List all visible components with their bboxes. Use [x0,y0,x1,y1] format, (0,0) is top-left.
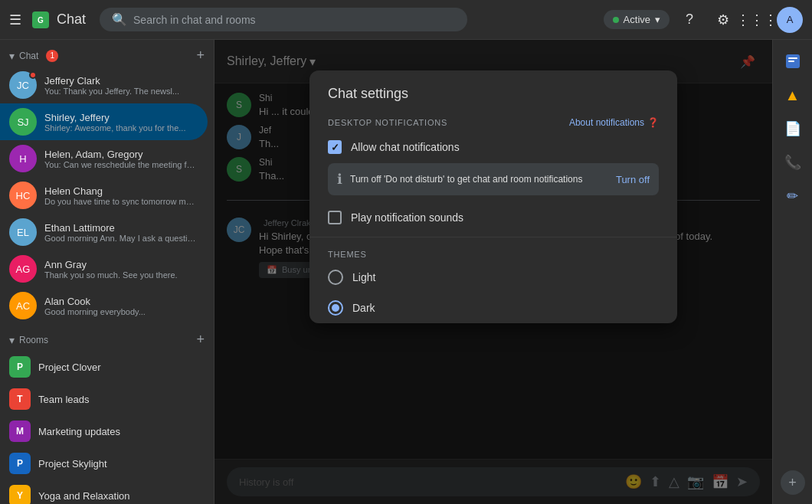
allow-notifications-checkbox[interactable]: ✓ [328,140,342,154]
chat-name: Helen, Adam, Gregory [44,149,198,160]
chat-list: JC Jeffery Clark You: Thank you Jeffery.… [0,67,214,324]
settings-button[interactable]: ⚙ [709,6,737,34]
expand-icon: ▾ [9,334,15,346]
new-room-icon[interactable]: + [196,332,205,348]
right-panel-drive-icon[interactable]: ▲ [778,80,808,110]
info-icon: ℹ [337,171,342,188]
status-dot [613,17,619,23]
chat-section-header: ▾ Chat 1 + [0,40,214,67]
user-avatar[interactable]: A [777,7,803,33]
right-panel-docs-icon[interactable]: 📄 [778,113,808,144]
chat-preview: Good morning everybody... [44,307,198,316]
radio-inner [332,304,339,312]
play-sounds-label: Play notification sounds [351,211,463,224]
app-layout: ▾ Chat 1 + JC Jeffery Clark You: Thank y… [0,40,812,504]
main-content: Shirley, Jeffery ▾ 📌 S Shi Hi ... it cou… [214,40,772,504]
apps-grid-button[interactable]: ⋮⋮⋮ [743,6,771,34]
chat-info: Helen, Adam, Gregory You: Can we resched… [44,149,198,169]
chat-info: Ethan Lattimore Good morning Ann. May I … [44,222,198,243]
chat-preview: Thank you so much. See you there. [44,270,198,280]
chat-name: Jeffery Clark [44,75,198,87]
chat-info: Ann Gray Thank you so much. See you ther… [44,259,198,280]
avatar: JC [9,71,37,99]
chat-list-item[interactable]: AG Ann Gray Thank you so much. See you t… [0,250,208,287]
avatar: HC [9,182,37,209]
theme-light-row[interactable]: Light [309,262,677,293]
room-icon: M [9,421,31,442]
room-list-item[interactable]: P Project Clover [0,351,208,383]
topbar: ☰ G Chat 🔍 Active ▾ ? ⚙ ⋮⋮⋮ A [0,0,812,40]
rooms-section-label: Rooms [19,335,48,345]
svg-rect-3 [788,57,797,59]
chat-list-item[interactable]: AC Alan Cook Good morning everybody... [0,287,208,324]
room-list-item[interactable]: P Project Skylight [0,447,208,479]
chat-name: Shirley, Jeffery [44,112,198,123]
help-button[interactable]: ? [676,6,703,34]
chat-name: Alan Cook [44,296,198,307]
chat-preview: You: Can we reschedule the meeting for..… [44,160,198,169]
room-list-item[interactable]: M Marketing updates [0,415,208,447]
avatar: AC [9,292,37,319]
theme-dark-row[interactable]: Dark [309,293,677,323]
settings-overlay[interactable]: Chat settings DESKTOP NOTIFICATIONS Abou… [214,40,772,504]
chat-list-item[interactable]: H Helen, Adam, Gregory You: Can we resch… [0,140,208,177]
menu-icon[interactable]: ☰ [9,11,21,28]
room-list: P Project Clover T Team leads M Marketin… [0,351,214,504]
topbar-right: Active ▾ ? ⚙ ⋮⋮⋮ A [604,6,803,34]
search-icon: 🔍 [112,12,127,27]
chat-preview: You: Thank you Jeffery. The newsl... [44,87,198,96]
dnd-notice: ℹ Turn off 'Do not disturb' to get chat … [328,163,659,195]
svg-text:G: G [38,16,44,25]
room-list-item[interactable]: T Team leads [0,383,208,415]
turn-off-button[interactable]: Turn off [616,174,650,185]
room-name: Yoga and Relaxation [38,490,130,502]
search-input[interactable] [133,14,455,26]
chat-list-item[interactable]: JC Jeffery Clark You: Thank you Jeffery.… [0,67,208,103]
allow-notifications-label: Allow chat notifications [351,141,460,153]
right-panel-add-button[interactable]: + [781,470,805,495]
avatar: AG [9,255,37,283]
chat-preview: Do you have time to sync tomorrow mor... [44,197,198,206]
room-icon: P [9,356,31,378]
dnd-text: Turn off 'Do not disturb' to get chat an… [350,174,608,185]
theme-light-radio[interactable] [328,270,343,285]
right-panel-phone-icon[interactable]: 📞 [778,147,808,178]
chat-name: Helen Chang [44,185,198,197]
play-sounds-checkbox[interactable] [328,211,342,224]
chat-info: Jeffery Clark You: Thank you Jeffery. Th… [44,75,198,96]
notifications-section-label: DESKTOP NOTIFICATIONS About notification… [309,111,677,131]
chat-name: Ethan Lattimore [44,222,198,234]
room-name: Project Clover [38,362,101,373]
play-sounds-row[interactable]: Play notification sounds [309,201,677,234]
chat-preview: Shirley: Awesome, thank you for the... [44,123,198,133]
rooms-section-toggle[interactable]: ▾ Rooms [9,334,48,346]
allow-notifications-row[interactable]: ✓ Allow chat notifications [309,131,677,163]
search-bar[interactable]: 🔍 [100,8,467,31]
chat-list-item[interactable]: SJ Shirley, Jeffery Shirley: Awesome, th… [0,103,208,140]
settings-dialog: Chat settings DESKTOP NOTIFICATIONS Abou… [309,70,677,323]
app-logo: G [32,11,49,28]
room-list-item[interactable]: Y Yoga and Relaxation [0,479,208,504]
svg-rect-4 [788,61,794,62]
status-button[interactable]: Active ▾ [604,10,670,29]
right-panel-chat-icon[interactable] [778,46,808,77]
expand-icon: ▾ [9,50,15,62]
chat-list-item[interactable]: HC Helen Chang Do you have time to sync … [0,177,208,214]
about-notifications-link[interactable]: About notifications ❓ [569,117,659,128]
right-panel: ▲ 📄 📞 ✏ + [772,40,812,504]
chat-section-label: Chat [19,51,38,61]
avatar: EL [9,218,37,246]
check-icon: ✓ [331,142,339,153]
status-label: Active [624,14,650,25]
chat-list-item[interactable]: EL Ethan Lattimore Good morning Ann. May… [0,214,208,250]
room-icon: P [9,453,31,474]
theme-light-label: Light [352,271,375,283]
chat-section-toggle[interactable]: ▾ Chat 1 [9,50,58,62]
themes-section-label: THEMES [309,241,677,262]
new-chat-icon[interactable]: + [196,47,205,64]
theme-dark-radio[interactable] [328,300,343,316]
avatar: SJ [9,108,37,136]
chat-badge: 1 [46,50,58,62]
right-panel-edit-icon[interactable]: ✏ [778,181,808,211]
room-icon: T [9,388,31,410]
